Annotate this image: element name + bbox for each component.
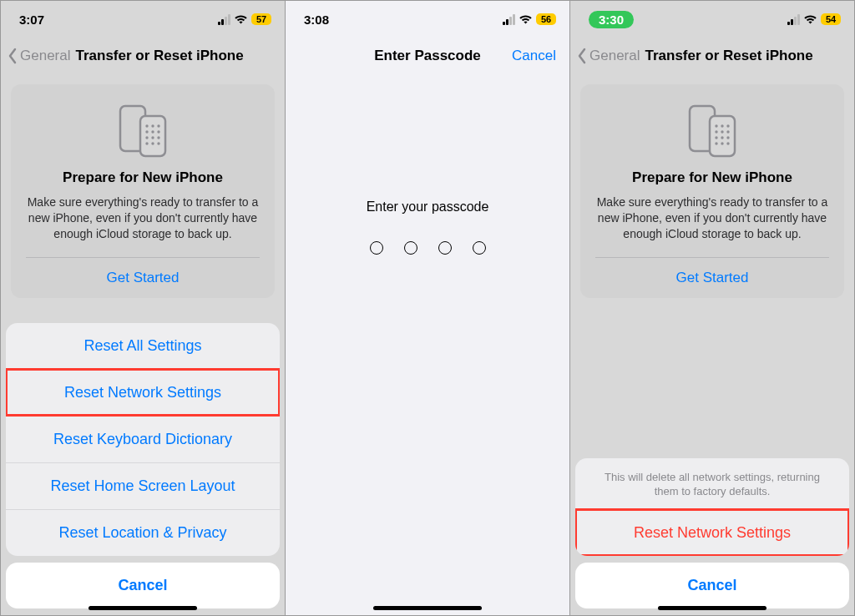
nav-bar: Enter Passcode Cancel [286,38,569,74]
status-bar: 3:08 56 [286,1,569,38]
prepare-title: Prepare for New iPhone [26,169,260,186]
reset-sheet-group: Reset All Settings Reset Network Setting… [6,323,280,556]
status-time-active[interactable]: 3:30 [589,11,634,28]
nav-bar: General Transfer or Reset iPhone [570,38,854,74]
reset-network-settings-confirm[interactable]: Reset Network Settings [575,509,849,556]
svg-point-27 [726,142,729,144]
wifi-icon [519,14,533,25]
devices-icon [26,103,260,158]
svg-point-6 [151,130,154,133]
cellular-icon [787,14,800,25]
svg-point-9 [151,136,154,139]
back-button[interactable]: General [577,48,640,64]
status-right: 57 [217,13,271,25]
svg-point-7 [157,130,159,133]
confirm-action-sheet: This will delete all network settings, r… [570,458,854,615]
svg-point-11 [145,142,148,144]
svg-point-24 [726,136,729,139]
svg-point-26 [721,142,723,144]
back-button[interactable]: General [8,48,70,64]
passcode-dots[interactable] [286,241,569,255]
svg-point-22 [715,136,717,139]
prepare-title: Prepare for New iPhone [595,169,829,186]
page-title: Transfer or Reset iPhone [645,48,812,64]
svg-point-4 [157,124,159,127]
svg-point-12 [151,142,154,144]
passcode-dot [404,241,417,255]
passcode-dot [438,241,452,255]
back-label: General [589,48,640,64]
prepare-body: Make sure everything's ready to transfer… [595,194,829,242]
reset-network-settings[interactable]: Reset Network Settings [6,369,280,416]
nav-bar: General Transfer or Reset iPhone [1,38,285,74]
page-title: Transfer or Reset iPhone [75,48,243,64]
status-bar: 3:07 57 [1,1,285,38]
reset-home-screen-layout[interactable]: Reset Home Screen Layout [6,462,280,509]
status-right: 54 [787,13,841,25]
svg-point-17 [721,124,723,127]
svg-rect-15 [710,116,735,156]
chevron-left-icon [577,48,587,64]
prepare-card: Prepare for New iPhone Make sure everyth… [580,84,844,298]
reset-location-privacy[interactable]: Reset Location & Privacy [6,509,280,556]
status-right: 56 [502,13,556,25]
get-started-button[interactable]: Get Started [595,258,829,298]
cancel-button[interactable]: Cancel [512,48,556,64]
passcode-dot [473,241,486,255]
svg-point-3 [151,124,154,127]
svg-point-5 [145,130,148,133]
svg-point-8 [145,136,148,139]
svg-point-13 [157,142,159,144]
home-indicator[interactable] [89,606,197,610]
battery-level: 56 [536,13,556,25]
svg-point-20 [721,130,723,133]
svg-point-21 [726,130,729,133]
prepare-card: Prepare for New iPhone Make sure everyth… [11,84,275,298]
svg-point-19 [715,130,717,133]
confirm-group: This will delete all network settings, r… [575,458,849,556]
chevron-left-icon [8,48,18,64]
reset-all-settings[interactable]: Reset All Settings [6,323,280,369]
passcode-area: Enter your passcode [286,199,569,255]
status-bar: 3:30 54 [570,1,854,38]
devices-icon [595,103,829,158]
wifi-icon [234,14,248,25]
svg-point-2 [145,124,148,127]
svg-point-16 [715,124,717,127]
reset-action-sheet: Reset All Settings Reset Network Setting… [1,323,285,615]
cellular-icon [502,14,515,25]
svg-rect-1 [140,116,165,156]
confirm-message: This will delete all network settings, r… [575,458,849,509]
back-label: General [20,48,70,64]
svg-point-10 [157,136,159,139]
cancel-button[interactable]: Cancel [6,563,280,608]
screen-confirm-reset: 3:30 54 General Transfer or Reset iPhone [569,1,854,615]
svg-point-23 [721,136,723,139]
battery-level: 57 [251,13,271,25]
passcode-prompt: Enter your passcode [286,199,569,215]
passcode-dot [370,241,383,255]
cellular-icon [217,14,230,25]
svg-point-25 [715,142,717,144]
prepare-body: Make sure everything's ready to transfer… [26,194,260,242]
status-time: 3:07 [19,13,44,27]
home-indicator[interactable] [373,606,482,610]
screen-reset-options: 3:07 57 General Transfer or Reset iPhone [1,1,285,615]
cancel-button[interactable]: Cancel [575,563,849,608]
wifi-icon [803,14,817,25]
page-title: Enter Passcode [374,48,481,64]
get-started-button[interactable]: Get Started [26,258,260,298]
reset-keyboard-dictionary[interactable]: Reset Keyboard Dictionary [6,416,280,462]
svg-point-18 [726,124,729,127]
status-time: 3:08 [304,13,329,27]
home-indicator[interactable] [658,606,766,610]
battery-level: 54 [821,13,841,25]
screen-enter-passcode: 3:08 56 Enter Passcode Cancel Enter your… [285,1,569,615]
